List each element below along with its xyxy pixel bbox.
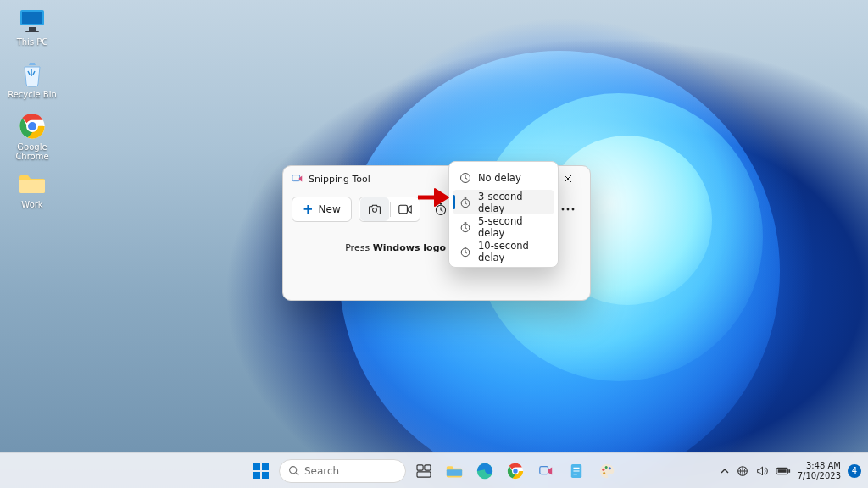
clock-date: 7/10/2023 <box>798 471 841 481</box>
svg-point-30 <box>513 468 519 474</box>
delay-dropdown: No delay 3-second delay 5-second delay 1… <box>448 161 559 268</box>
desktop-icon-label: Recycle Bin <box>7 90 58 99</box>
record-mode-button[interactable] <box>391 197 420 221</box>
svg-point-23 <box>290 467 297 474</box>
svg-point-12 <box>562 208 565 211</box>
file-explorer-icon <box>446 464 463 478</box>
ellipsis-icon <box>561 208 575 211</box>
svg-rect-7 <box>292 175 300 181</box>
speaker-icon <box>756 465 769 477</box>
svg-rect-40 <box>777 469 786 473</box>
svg-rect-19 <box>253 463 260 470</box>
windows-logo-icon <box>253 463 270 480</box>
taskbar-app-snipping-tool[interactable] <box>533 458 559 484</box>
desktop-icon-label: Google Chrome <box>7 142 58 161</box>
capture-mode-group <box>359 197 420 222</box>
timer-icon <box>459 246 471 258</box>
taskbar-app-paint[interactable] <box>594 458 620 484</box>
svg-rect-39 <box>788 469 790 473</box>
svg-point-35 <box>609 467 611 469</box>
delay-option-5s[interactable]: 5-second delay <box>453 214 554 239</box>
svg-rect-24 <box>417 464 423 469</box>
task-view-icon <box>416 464 431 478</box>
svg-rect-1 <box>22 12 42 24</box>
tray-battery-icon[interactable] <box>776 467 791 475</box>
svg-rect-2 <box>29 27 36 30</box>
svg-rect-27 <box>447 469 462 476</box>
svg-point-9 <box>372 208 376 212</box>
hint-prefix: Press <box>345 242 372 253</box>
monitor-icon <box>18 7 47 36</box>
tray-overflow-button[interactable] <box>721 467 729 475</box>
taskbar: Search <box>0 452 868 488</box>
svg-point-13 <box>567 208 570 211</box>
timer-icon <box>459 197 471 208</box>
clock-icon <box>459 172 471 184</box>
delay-option-3s[interactable]: 3-second delay <box>453 190 554 214</box>
screenshot-mode-button[interactable] <box>360 197 389 221</box>
svg-rect-10 <box>399 205 408 214</box>
svg-rect-26 <box>417 471 431 476</box>
svg-point-14 <box>572 208 575 211</box>
recycle-bin-icon <box>18 59 47 88</box>
svg-rect-22 <box>262 472 269 479</box>
new-snip-label: New <box>319 203 341 215</box>
delay-option-label: No delay <box>478 172 521 184</box>
svg-point-34 <box>605 465 608 468</box>
svg-point-36 <box>603 472 605 474</box>
chevron-up-icon <box>721 467 729 475</box>
edge-icon <box>476 463 493 480</box>
svg-rect-25 <box>425 464 431 469</box>
taskbar-app-explorer[interactable] <box>442 458 467 484</box>
tray-volume-icon[interactable] <box>756 465 769 477</box>
start-button[interactable] <box>248 458 274 484</box>
svg-rect-21 <box>253 472 260 479</box>
notepad-icon <box>570 463 583 480</box>
svg-rect-20 <box>262 463 269 470</box>
camera-icon <box>368 203 381 215</box>
notification-badge[interactable]: 4 <box>848 464 861 478</box>
svg-rect-3 <box>25 30 39 32</box>
taskbar-app-notepad[interactable] <box>564 458 589 484</box>
desktop[interactable]: This PC Recycle Bin Google Chrome Work S… <box>0 0 868 488</box>
svg-rect-31 <box>540 466 548 474</box>
taskbar-app-chrome[interactable] <box>503 458 528 484</box>
delay-option-none[interactable]: No delay <box>453 165 554 190</box>
tray-network-icon[interactable] <box>736 465 749 477</box>
taskbar-center: Search <box>248 458 620 484</box>
taskbar-app-edge[interactable] <box>472 458 498 484</box>
delay-option-10s[interactable]: 10-second delay <box>453 239 554 263</box>
clock-time: 3:48 AM <box>798 461 841 471</box>
annotation-arrow <box>416 186 450 208</box>
timer-icon <box>459 221 471 233</box>
snipping-tool-icon <box>292 173 303 185</box>
desktop-icon-recycle-bin[interactable]: Recycle Bin <box>7 59 58 99</box>
search-placeholder: Search <box>304 465 339 477</box>
chrome-icon <box>18 112 47 141</box>
desktop-icon-label: Work <box>7 200 58 209</box>
taskbar-search[interactable]: Search <box>279 459 406 483</box>
folder-icon <box>18 169 47 198</box>
snipping-tool-icon <box>538 463 554 479</box>
video-icon <box>398 204 412 214</box>
delay-option-label: 3-second delay <box>478 191 548 214</box>
desktop-icon-this-pc[interactable]: This PC <box>7 7 58 47</box>
taskbar-clock[interactable]: 3:48 AM 7/10/2023 <box>798 461 841 480</box>
window-title: Snipping Tool <box>309 174 370 185</box>
delay-option-label: 10-second delay <box>478 240 548 263</box>
paint-icon <box>598 463 615 480</box>
desktop-icon-chrome[interactable]: Google Chrome <box>7 112 58 161</box>
chrome-icon <box>507 463 524 480</box>
desktop-icon-work-folder[interactable]: Work <box>7 169 58 209</box>
task-view-button[interactable] <box>411 458 437 484</box>
ethernet-icon <box>736 465 749 477</box>
svg-point-33 <box>602 468 604 470</box>
desktop-icon-label: This PC <box>7 37 58 47</box>
delay-option-label: 5-second delay <box>478 215 548 239</box>
battery-icon <box>776 467 791 475</box>
search-icon <box>288 465 299 476</box>
taskbar-right: 3:48 AM 7/10/2023 4 <box>721 461 861 480</box>
new-snip-button[interactable]: + New <box>292 197 352 222</box>
